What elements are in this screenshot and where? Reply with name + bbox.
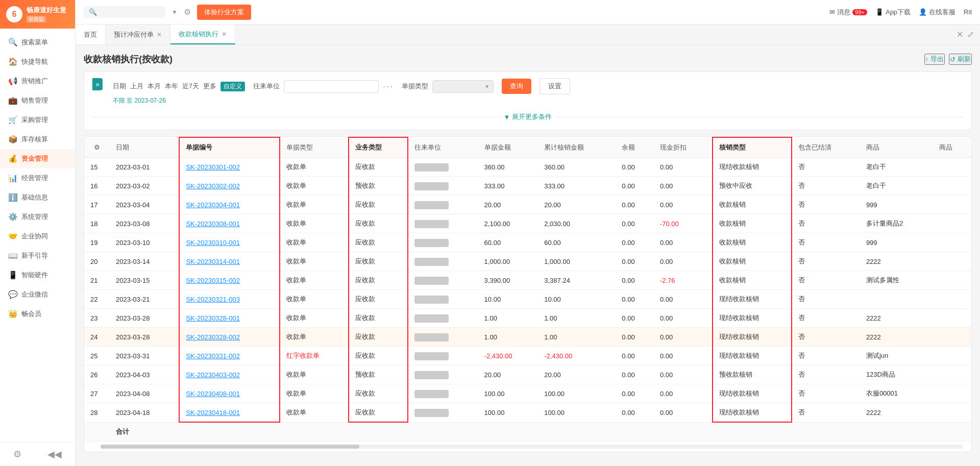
table-row[interactable]: 252023-03-31SK-20230331-002红字收款单应收款█████… (84, 347, 971, 365)
sidebar-item-畅会员[interactable]: 👑畅会员 (0, 304, 75, 324)
cell-2[interactable]: SK-20230418-001 (179, 403, 279, 423)
user-profile[interactable]: Rit (964, 8, 972, 16)
cell-2[interactable]: SK-20230308-001 (179, 214, 279, 233)
table-row[interactable]: 192023-03-10SK-20230310-001收款单应收款██████6… (84, 233, 971, 252)
sidebar-item-系统管理[interactable]: ⚙️系统管理 (0, 207, 75, 227)
table-row[interactable]: 182023-03-08SK-20230308-001收款单应收款██████2… (84, 214, 971, 233)
tab-close-icon[interactable]: ✕ (222, 31, 227, 38)
sidebar-item-企业微信[interactable]: 💬企业微信 (0, 285, 75, 304)
sidebar-item-资金管理[interactable]: 💰资金管理 (0, 149, 75, 168)
bill-no-link[interactable]: SK-20230310-001 (186, 239, 240, 247)
cell-2[interactable]: SK-20230331-002 (179, 347, 279, 365)
cell-2[interactable]: SK-20230321-003 (179, 290, 279, 309)
sidebar-item-搜索菜单[interactable]: 🔍搜索菜单 (0, 33, 75, 52)
refresh-button[interactable]: ↺ 刷新 (949, 54, 972, 65)
sidebar-item-基础信息[interactable]: ℹ️基础信息 (0, 188, 75, 207)
cell-2[interactable]: SK-20230304-001 (179, 195, 279, 214)
cell-2[interactable]: SK-20230403-002 (179, 365, 279, 384)
bill-no-link[interactable]: SK-20230304-001 (186, 201, 240, 209)
filter-toggle-button[interactable]: » (92, 78, 103, 90)
filter-counterparty-input[interactable] (284, 80, 379, 93)
table-row[interactable]: 152023-03-01SK-20230301-002收款单应收款██████3… (84, 158, 971, 177)
collapse-icon[interactable]: ◀◀ (47, 449, 62, 460)
cell-2[interactable]: SK-20230315-002 (179, 271, 279, 290)
table-row[interactable]: 172023-03-04SK-20230304-001收款单应收款██████2… (84, 195, 971, 214)
cell-11: 否 (792, 347, 860, 365)
topbar-search[interactable]: 🔍 (84, 6, 165, 18)
filter-custom-btn[interactable]: 自定义 (220, 82, 245, 91)
bill-no-link[interactable]: SK-20230331-002 (186, 352, 240, 360)
bill-no-link[interactable]: SK-20230408-001 (186, 390, 240, 398)
table-scrollbar-thumb[interactable] (101, 445, 359, 449)
sidebar-item-库存核算[interactable]: 📦库存核算 (0, 130, 75, 149)
cell-2[interactable]: SK-20230301-002 (179, 158, 279, 177)
cell-2[interactable]: SK-20230328-002 (179, 328, 279, 347)
bill-no-link[interactable]: SK-20230301-002 (186, 163, 240, 171)
cell-2[interactable]: SK-20230314-001 (179, 252, 279, 271)
tab-首页[interactable]: 首页 (76, 24, 106, 44)
sidebar-item-经营管理[interactable]: 📊经营管理 (0, 168, 75, 188)
cell-2[interactable]: SK-20230408-001 (179, 384, 279, 403)
table-row[interactable]: 272023-04-08SK-20230408-001收款单应收款██████1… (84, 384, 971, 403)
expand-tabs-icon[interactable]: ⤢ (967, 30, 974, 39)
bill-no-link[interactable]: SK-20230418-001 (186, 409, 240, 416)
messages-button[interactable]: ✉ 消息 99+ (829, 8, 867, 17)
filter-expand-button[interactable]: ▼ 展开更多条件 (504, 110, 552, 124)
filter-this-year[interactable]: 本年 (165, 82, 178, 91)
col-header-5: 往来单位 (408, 137, 478, 158)
sidebar-item-智能硬件[interactable]: 📱智能硬件 (0, 265, 75, 285)
table-row[interactable]: 162023-03-02SK-20230302-002收款单预收款██████3… (84, 177, 971, 195)
sidebar-item-营销推广[interactable]: 📢营销推广 (0, 71, 75, 91)
table-scrollbar-area[interactable] (84, 442, 971, 452)
filter-billtype-select[interactable] (432, 80, 494, 93)
table-row[interactable]: 262023-04-03SK-20230403-002收款单预收款██████2… (84, 365, 971, 384)
dropdown-arrow-icon[interactable]: ▼ (172, 9, 178, 16)
industry-solution-button[interactable]: 体验行业方案 (197, 5, 251, 20)
sidebar-item-新手引导[interactable]: 📖新手引导 (0, 246, 75, 265)
sidebar-item-采购管理[interactable]: 🛒采购管理 (0, 110, 75, 130)
table-row[interactable]: 242023-03-28SK-20230328-002收款单应收款██████1… (84, 328, 971, 347)
bill-no-link[interactable]: SK-20230315-002 (186, 277, 240, 284)
cell-2[interactable]: SK-20230310-001 (179, 233, 279, 252)
cell-2[interactable]: SK-20230328-001 (179, 309, 279, 328)
filter-settings-button[interactable]: 设置 (540, 78, 570, 94)
filter-7days[interactable]: 近7天 (182, 82, 199, 91)
cell-2[interactable]: SK-20230302-002 (179, 177, 279, 195)
cell-13 (933, 384, 971, 403)
table-row[interactable]: 232023-03-28SK-20230328-001收款单应收款██████1… (84, 309, 971, 328)
cell-7: 3,387.24 (538, 271, 616, 290)
settings-col-icon[interactable]: ⚙ (94, 143, 100, 151)
tab-close-icon[interactable]: ✕ (157, 31, 162, 38)
tab-预计冲应付单[interactable]: 预计冲应付单✕ (106, 24, 170, 44)
filter-more[interactable]: 更多 (203, 82, 216, 91)
table-row[interactable]: 282023-04-18SK-20230418-001收款单应收款██████1… (84, 403, 971, 423)
sidebar-item-快捷导航[interactable]: 🏠快捷导航 (0, 52, 75, 71)
bill-no-link[interactable]: SK-20230403-002 (186, 371, 240, 379)
online-service-button[interactable]: 👤 在线客服 (919, 8, 955, 17)
blurred-value: ██████ (414, 201, 449, 209)
tab-收款核销执行[interactable]: 收款核销执行✕ (170, 24, 235, 44)
settings-gear-icon[interactable]: ⚙ (184, 7, 191, 17)
bill-no-link[interactable]: SK-20230314-001 (186, 258, 240, 265)
settings-icon[interactable]: ⚙ (13, 449, 21, 460)
sidebar-item-企业协同[interactable]: 🤝企业协同 (0, 227, 75, 246)
bill-no-link[interactable]: SK-20230302-002 (186, 182, 240, 190)
table-row[interactable]: 202023-03-14SK-20230314-001收款单应收款██████1… (84, 252, 971, 271)
sidebar-item-销售管理[interactable]: 💼销售管理 (0, 91, 75, 110)
bill-no-link[interactable]: SK-20230321-003 (186, 296, 240, 303)
close-all-tabs-icon[interactable]: ✕ (957, 30, 963, 39)
cell-8: 0.00 (616, 290, 654, 309)
bill-no-link[interactable]: SK-20230308-001 (186, 220, 240, 228)
filter-last-month[interactable]: 上月 (130, 82, 143, 91)
filter-this-month[interactable]: 本月 (148, 82, 161, 91)
table-row[interactable]: 212023-03-15SK-20230315-002收款单应收款██████3… (84, 271, 971, 290)
cell-3: 收款单 (280, 365, 349, 384)
bill-no-link[interactable]: SK-20230328-002 (186, 333, 240, 341)
table-scrollbar[interactable] (101, 445, 963, 449)
export-button[interactable]: ↑ 导出 (924, 54, 945, 65)
blurred-value: ██████ (414, 333, 449, 341)
table-row[interactable]: 222023-03-21SK-20230321-003收款单应收款██████1… (84, 290, 971, 309)
app-download-button[interactable]: 📱 App下载 (875, 8, 911, 17)
filter-query-button[interactable]: 查询 (502, 79, 531, 94)
bill-no-link[interactable]: SK-20230328-001 (186, 314, 240, 322)
